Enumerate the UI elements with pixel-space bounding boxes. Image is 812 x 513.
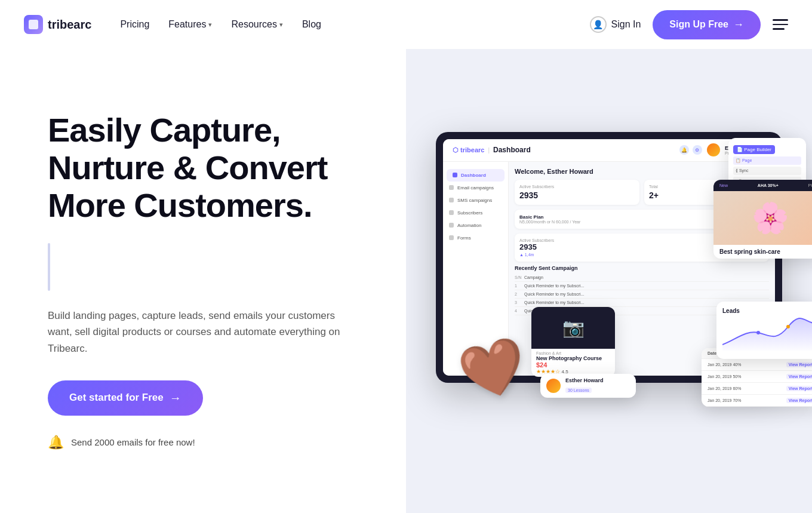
brand-name: tribearc <box>48 18 91 32</box>
nav-resources[interactable]: Resources ▾ <box>231 19 282 30</box>
arrow-icon: → <box>733 19 744 31</box>
mockup-wrapper: ⬡ tribearc | Dashboard 🔔 ⚙ Esther How <box>424 132 794 431</box>
logo-icon-inner <box>29 20 38 29</box>
product-overlay: 📷 Fashion & Art New Photography Course $… <box>531 307 615 377</box>
nav-pricing[interactable]: Pricing <box>120 19 149 30</box>
db-settings-icon[interactable]: ⚙ <box>693 145 702 155</box>
sidebar-item-dashboard[interactable]: Dashboard <box>447 169 505 182</box>
sidebar-item-subscribers[interactable]: Subscribers <box>443 207 508 219</box>
svg-point-1 <box>786 325 790 328</box>
free-note: 🔔 Send 2000 emails for free now! <box>48 435 370 450</box>
cta-button[interactable]: Get started for Free → <box>48 380 203 416</box>
db-active-subscribers-card: Active Subscribers 2935 <box>515 180 639 205</box>
course-overlay: Esther Howard 30 Lessons <box>540 374 636 398</box>
sidebar-item-automation[interactable]: Automation <box>443 219 508 232</box>
sign-up-button[interactable]: Sign Up Free → <box>653 10 761 39</box>
features-chevron-icon: ▾ <box>208 21 212 29</box>
logo-icon <box>24 15 43 34</box>
db-logo: ⬡ tribearc <box>453 146 484 154</box>
hero-heading: Easily Capture, Nurture & Convert More C… <box>48 112 370 224</box>
sign-in-button[interactable]: 👤 Sign In <box>590 16 641 33</box>
nav-blog[interactable]: Blog <box>302 19 321 30</box>
db-user-avatar <box>707 143 720 156</box>
nav-links: Pricing Features ▾ Resources ▾ Blog <box>120 19 321 30</box>
logo[interactable]: tribearc <box>24 15 91 34</box>
cta-arrow-icon: → <box>170 391 182 405</box>
skincare-title: Best spring skin-care <box>719 248 812 255</box>
navbar: tribearc Pricing Features ▾ Resources ▾ … <box>0 0 812 49</box>
hamburger-menu-icon[interactable] <box>773 19 788 30</box>
course-lessons: 30 Lessons <box>565 388 592 393</box>
table-row: 1 Quick Reminder to my Subscri... <box>515 282 769 290</box>
report-row: Jan 20, 2019 70% View Report <box>702 395 812 407</box>
product-name: New Photography Course <box>536 355 610 361</box>
report-row: Jan 20, 2019 40% View Report <box>702 359 812 371</box>
sidebar-item-email[interactable]: Email campaigns <box>443 182 508 194</box>
leads-chart <box>722 318 812 351</box>
svg-point-0 <box>756 331 760 334</box>
nav-left: tribearc Pricing Features ▾ Resources ▾ … <box>24 15 321 34</box>
product-category: Fashion & Art <box>536 351 610 355</box>
db-topbar: ⬡ tribearc | Dashboard 🔔 ⚙ Esther How <box>443 139 775 162</box>
skincare-image: 🌸 <box>752 201 789 235</box>
resources-chevron-icon: ▾ <box>279 21 283 29</box>
hero-right: ⬡ tribearc | Dashboard 🔔 ⚙ Esther How <box>406 49 812 513</box>
sidebar-item-forms[interactable]: Forms <box>443 232 508 244</box>
user-icon: 👤 <box>590 16 607 33</box>
db-card-value: 2935 <box>519 191 635 200</box>
table-row: 2 Quick Reminder to my Subscri... <box>515 290 769 299</box>
db-card-label: Active Subscribers <box>519 185 635 189</box>
report-row: Jan 20, 2019 50% View Report <box>702 371 812 383</box>
camera-icon: 📷 <box>562 317 585 338</box>
skincare-new-label: New <box>719 183 728 188</box>
course-user-name: Esther Howard <box>565 377 604 383</box>
sidebar-item-sms[interactable]: SMS campaigns <box>443 194 508 207</box>
hero-section: Easily Capture, Nurture & Convert More C… <box>0 49 812 513</box>
nav-right: 👤 Sign In Sign Up Free → <box>590 10 789 39</box>
skincare-overlay: New AHA 30%+ PH 3.5 🌸 10 oz Best spring … <box>713 180 812 259</box>
hero-subtext: Build landing pages, capture leads, send… <box>48 308 358 357</box>
leads-title: Leads <box>722 308 812 314</box>
page-builder-tab: 📄 Page Builder <box>733 145 775 154</box>
sidebar-dot <box>453 173 457 177</box>
bell-icon: 🔔 <box>48 435 64 450</box>
db-campaign-title: Recently Sent Campaign <box>515 265 769 271</box>
product-price: $24 <box>536 361 610 368</box>
nav-features[interactable]: Features ▾ <box>168 19 212 30</box>
report-row: Jan 20, 2019 60% View Report <box>702 383 812 395</box>
hero-divider <box>48 243 50 291</box>
db-title: Dashboard <box>493 146 531 154</box>
db-notification-icon[interactable]: 🔔 <box>679 145 689 155</box>
hero-left: Easily Capture, Nurture & Convert More C… <box>0 49 406 513</box>
campaign-header: S/N Campaign <box>515 274 769 282</box>
leads-overlay: Leads <box>716 302 812 359</box>
course-user-avatar <box>546 379 561 393</box>
